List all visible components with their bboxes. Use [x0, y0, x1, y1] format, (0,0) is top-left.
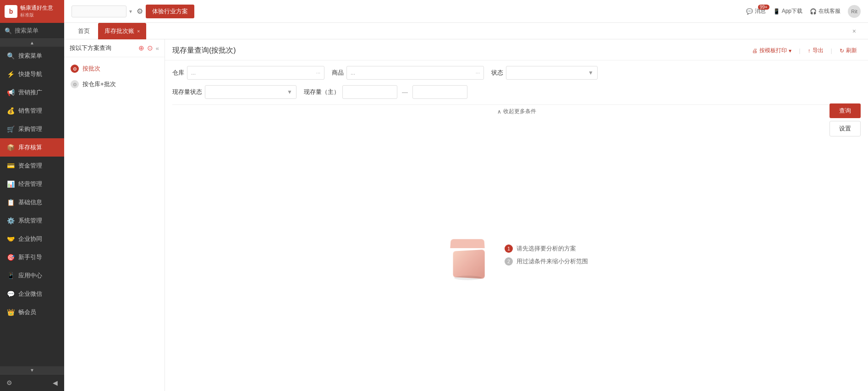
left-panel-header: 按以下方案查询 ⊕ ⊙ « [64, 39, 165, 57]
topbar-right: 💬 消息 99+ 📱 App下载 🎧 在线客服 Rit [746, 5, 861, 18]
product-input[interactable]: ... ··· [346, 66, 484, 80]
sidebar-item-purchase[interactable]: 🛒 采购管理 [0, 120, 64, 138]
sidebar-item-operation[interactable]: 📊 经营管理 [0, 175, 64, 193]
sidebar-item-quick-nav[interactable]: ⚡ 快捷导航 [0, 65, 64, 83]
action-divider-1: | [799, 47, 800, 54]
empty-box [453, 250, 485, 279]
status-select[interactable]: ▼ [506, 66, 598, 80]
left-panel-collapse-btn[interactable]: « [156, 45, 159, 52]
sidebar-item-app-center[interactable]: 📱 应用中心 [0, 266, 64, 285]
sidebar-item-icon-quick-nav: ⚡ [6, 70, 15, 78]
sidebar-items: 🔍 搜索菜单 ⚡ 快捷导航 📢 营销推广 💰 销售管理 🛒 采购管理 📦 库存核… [0, 47, 64, 366]
sidebar-item-member[interactable]: 👑 畅会员 [0, 303, 64, 321]
sidebar-footer: ⚙ ◀ [0, 374, 64, 391]
sidebar-item-icon-purchase: 🛒 [6, 125, 15, 133]
warehouse-label: 仓库 [172, 69, 184, 77]
sidebar-item-search[interactable]: 🔍 搜索菜单 [0, 47, 64, 65]
warehouse-more-icon[interactable]: ··· [316, 70, 320, 76]
tab-close-right-icon[interactable]: × [848, 25, 861, 38]
warehouse-input[interactable]: ... ··· [187, 66, 324, 80]
left-panel-settings-btn[interactable]: ⊙ [147, 44, 153, 52]
refresh-label: 刷新 [846, 47, 857, 54]
refresh-icon: ↻ [840, 48, 844, 54]
sidebar-item-icon-system: ⚙️ [6, 217, 15, 225]
sidebar-item-system[interactable]: ⚙️ 系统管理 [0, 212, 64, 230]
export-label: 导出 [813, 47, 824, 54]
warehouse-placeholder: ... [191, 70, 196, 76]
product-label: 商品 [332, 69, 344, 77]
sidebar-item-icon-finance: 💳 [6, 162, 15, 170]
topbar-gear-icon[interactable]: ⚙ [137, 7, 143, 16]
tab-inventory-batch[interactable]: 库存批次账 × [98, 23, 146, 39]
app-version: 标准版 [20, 12, 53, 18]
sidebar-item-icon-inventory: 📦 [6, 143, 15, 152]
service-icon: 🎧 [810, 8, 817, 15]
sidebar-item-icon-weixin: 💬 [6, 290, 15, 298]
inventory-qty-to-input[interactable] [412, 85, 467, 99]
status-arrow-icon: ▼ [588, 70, 593, 76]
filter-status: 状态 ▼ [491, 66, 598, 80]
sidebar-item-label-enterprise: 企业协同 [18, 235, 42, 243]
schema-item-by-warehouse-batch-label: 按仓库+批次 [82, 80, 116, 88]
sidebar-item-icon-newbie: 🎯 [6, 253, 15, 261]
sidebar-item-marketing[interactable]: 📢 营销推广 [0, 83, 64, 102]
schema-item-by-warehouse-batch[interactable]: ⊙ 按仓库+批次 [64, 76, 165, 92]
tab-home[interactable]: 首页 [71, 23, 96, 39]
sidebar-item-label-search: 搜索菜单 [18, 52, 42, 60]
messages-badge: 99+ [758, 5, 769, 10]
refresh-btn[interactable]: ↻ 刷新 [836, 45, 861, 56]
app-download-btn[interactable]: 📱 App下载 [773, 7, 802, 15]
schema-list: ⊙ 按批次 ⊙ 按仓库+批次 [64, 57, 165, 96]
topbar-search-input[interactable] [71, 5, 126, 17]
tab-home-label: 首页 [78, 27, 90, 35]
sidebar-item-inventory[interactable]: 📦 库存核算 [0, 138, 64, 157]
sidebar-item-label-weixin: 企业微信 [18, 290, 42, 298]
search-icon: 🔍 [5, 27, 12, 34]
online-service-btn[interactable]: 🎧 在线客服 [810, 7, 841, 15]
page-content: 按以下方案查询 ⊕ ⊙ « ⊙ 按批次 ⊙ 按仓库+批次 [64, 39, 868, 391]
sidebar-scroll-up[interactable]: ▲ [0, 39, 64, 47]
inventory-status-select[interactable]: ▼ [205, 85, 297, 99]
sidebar-scroll-down[interactable]: ▼ [0, 366, 64, 374]
inventory-qty-label: 现存量（主） [304, 88, 340, 96]
export-btn[interactable]: ↑ 导出 [804, 45, 827, 56]
left-panel: 按以下方案查询 ⊕ ⊙ « ⊙ 按批次 ⊙ 按仓库+批次 [64, 39, 165, 391]
user-avatar-btn[interactable]: Rit [848, 5, 861, 18]
sidebar-item-enterprise[interactable]: 🤝 企业协同 [0, 230, 64, 248]
sidebar-item-basic[interactable]: 📋 基础信息 [0, 193, 64, 212]
trial-btn[interactable]: 体验行业方案 [146, 5, 194, 18]
table-settings-btn[interactable]: 设置 [830, 121, 861, 136]
print-btn[interactable]: 🖨 按模板打印 ▾ [748, 45, 795, 56]
app-download-label: App下载 [782, 7, 802, 15]
app-info: 畅康通好生意 标准版 [20, 5, 53, 18]
page-header: 现存量查询(按批次) 🖨 按模板打印 ▾ | ↑ 导出 | ↻ [165, 39, 868, 60]
collapse-more-btn[interactable]: ∧ 收起更多条件 [172, 104, 861, 118]
inventory-qty-from-input[interactable] [342, 85, 397, 99]
settings-icon[interactable]: ⚙ [6, 379, 12, 386]
sidebar-item-icon-enterprise: 🤝 [6, 235, 15, 243]
empty-box-top [450, 239, 484, 248]
sidebar-search[interactable]: 🔍 搜索菜单 [0, 23, 64, 39]
topbar-chevron-icon[interactable]: ▾ [129, 8, 132, 15]
app-name: 畅康通好生意 [20, 5, 53, 12]
sidebar-item-label-app-center: 应用中心 [18, 272, 42, 280]
sidebar-item-sales[interactable]: 💰 销售管理 [0, 102, 64, 120]
sidebar-item-label-quick-nav: 快捷导航 [18, 70, 42, 78]
messages-btn[interactable]: 💬 消息 99+ [746, 7, 766, 15]
tab-close-icon[interactable]: × [137, 28, 140, 34]
sidebar-item-newbie[interactable]: 🎯 新手引导 [0, 248, 64, 266]
product-more-icon[interactable]: ··· [476, 70, 480, 76]
sidebar-item-weixin[interactable]: 💬 企业微信 [0, 285, 64, 303]
left-panel-add-btn[interactable]: ⊕ [138, 44, 144, 52]
sidebar-item-label-sales: 销售管理 [18, 107, 42, 115]
avatar: Rit [848, 5, 861, 18]
sidebar-item-icon-operation: 📊 [6, 180, 15, 188]
empty-tip-1: 1 请先选择要分析的方案 [505, 244, 588, 253]
sidebar-item-label-marketing: 营销推广 [18, 88, 42, 97]
filter-area: 仓库 ... ··· 商品 ... ··· 状态 [165, 60, 868, 124]
collapse-sidebar-icon[interactable]: ◀ [53, 379, 58, 386]
print-arrow-icon[interactable]: ▾ [789, 48, 791, 54]
schema-item-by-batch[interactable]: ⊙ 按批次 [64, 61, 165, 76]
query-btn[interactable]: 查询 [830, 103, 861, 118]
sidebar-item-finance[interactable]: 💳 资金管理 [0, 157, 64, 175]
